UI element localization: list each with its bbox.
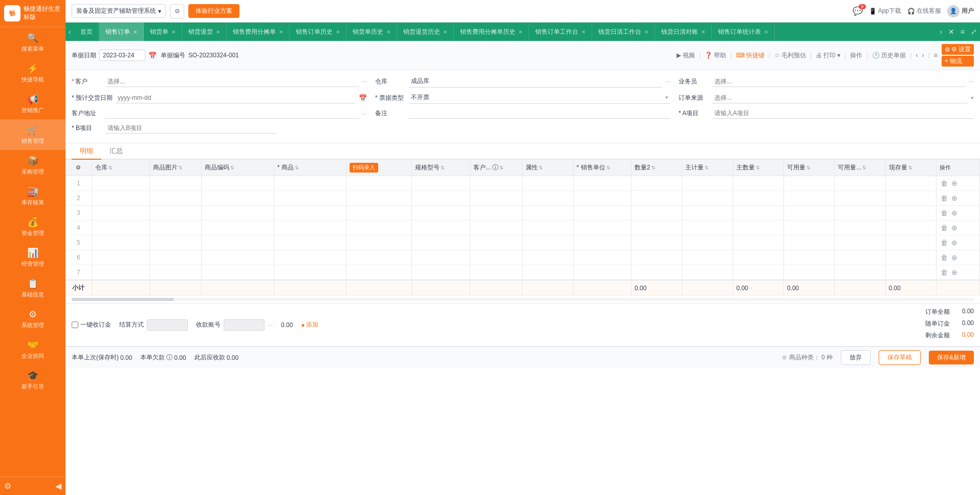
row-mainqty-1[interactable] (733, 191, 783, 206)
row-image-6[interactable] (150, 265, 202, 281)
help-btn[interactable]: ❓ 帮助 (705, 51, 726, 60)
preview-btn[interactable]: ▶ 视频 (677, 51, 695, 60)
row-qty2-1[interactable] (631, 191, 682, 206)
tab-close-6[interactable]: ✕ (386, 29, 390, 35)
row-qty2-3[interactable] (631, 221, 682, 235)
row-image-5[interactable] (150, 250, 202, 265)
row-delete-2[interactable]: 🗑 (941, 209, 948, 217)
sidebar-settings-btn[interactable]: ⚙ (4, 481, 11, 491)
row-product-1[interactable] (274, 191, 346, 206)
row-barcode-3[interactable] (346, 221, 412, 235)
row-availmore-2[interactable] (835, 206, 885, 221)
tab-close-2[interactable]: ✕ (171, 29, 176, 35)
row-spec-3[interactable] (412, 221, 470, 235)
row-image-4[interactable] (150, 235, 202, 250)
row-cust-6[interactable] (470, 265, 522, 281)
row-spec-4[interactable] (412, 235, 470, 250)
tab-close-1[interactable]: ✕ (133, 29, 137, 35)
row-code-3[interactable] (201, 221, 274, 235)
scheme-button[interactable]: 体验行业方案 (188, 4, 239, 18)
row-warehouse-0[interactable] (92, 176, 149, 191)
row-unit-3[interactable] (573, 221, 631, 235)
sidebar-item-5[interactable]: 🏭库存核算 (0, 181, 66, 211)
address-input[interactable] (105, 108, 359, 119)
row-image-1[interactable] (150, 191, 202, 206)
row-spec-6[interactable] (412, 265, 470, 281)
row-unit-1[interactable] (573, 191, 631, 206)
tab-10[interactable]: 钱货日清工作台✕ (592, 23, 655, 41)
tab-close-10[interactable]: ✕ (644, 29, 648, 35)
row-avail-2[interactable] (783, 206, 834, 221)
row-attr-0[interactable] (522, 176, 573, 191)
row-attr-1[interactable] (522, 191, 573, 206)
col-header-settings[interactable]: ⚙ (66, 160, 92, 176)
sidebar-item-9[interactable]: ⚙系统管理 (0, 304, 66, 334)
save-draft-button[interactable]: 保存草稿 (879, 350, 921, 365)
row-warehouse-6[interactable] (92, 265, 149, 281)
row-image-2[interactable] (150, 206, 202, 221)
row-code-4[interactable] (201, 235, 274, 250)
tab-2[interactable]: 销货单✕ (144, 23, 182, 41)
row-code-6[interactable] (201, 265, 274, 281)
user-menu[interactable]: 👤 用户 (947, 5, 974, 17)
row-product-5[interactable] (274, 250, 346, 265)
row-code-0[interactable] (201, 176, 274, 191)
row-spec-0[interactable] (412, 176, 470, 191)
row-availmore-0[interactable] (835, 176, 885, 191)
row-mainqty-2[interactable] (733, 206, 783, 221)
row-availmore-4[interactable] (835, 235, 885, 250)
tab-menu-btn[interactable]: ≡ (957, 23, 968, 41)
row-delete-6[interactable]: 🗑 (941, 268, 948, 276)
settle-method-select[interactable] (147, 319, 188, 331)
tab-3[interactable]: 销货退货✕ (182, 23, 227, 41)
row-mainqty-0[interactable] (733, 176, 783, 191)
row-availmore-3[interactable] (835, 221, 885, 235)
col-header-unit[interactable]: * 销售单位 ⇅ (573, 160, 631, 176)
sidebar-collapse-btn[interactable]: ◀ (55, 481, 61, 491)
tab-close-9[interactable]: ✕ (581, 29, 585, 35)
tab-7[interactable]: 销货退货历史✕ (397, 23, 454, 41)
row-code-5[interactable] (201, 250, 274, 265)
row-cust-4[interactable] (470, 235, 522, 250)
row-availmore-1[interactable] (835, 191, 885, 206)
delivery-calendar-icon[interactable]: 📅 (359, 94, 367, 102)
row-barcode-4[interactable] (346, 235, 412, 250)
row-stock-4[interactable] (885, 235, 936, 250)
tab-0[interactable]: 首页 (74, 23, 99, 41)
invoice-select[interactable]: 不开票 ▾ (409, 92, 670, 104)
row-unit-0[interactable] (573, 176, 631, 191)
tab-close-4[interactable]: ✕ (279, 29, 283, 35)
row-mainunit-4[interactable] (682, 235, 733, 250)
row-product-4[interactable] (274, 235, 346, 250)
row-stock-6[interactable] (885, 265, 936, 281)
row-stock-2[interactable] (885, 206, 936, 221)
col-header-cust[interactable]: 客户... ⓘ ⇅ (470, 160, 522, 176)
row-cust-5[interactable] (470, 250, 522, 265)
row-spec-1[interactable] (412, 191, 470, 206)
customer-input[interactable] (105, 76, 359, 87)
row-barcode-2[interactable] (346, 206, 412, 221)
row-barcode-1[interactable] (346, 191, 412, 206)
row-unit-5[interactable] (573, 250, 631, 265)
tab-12[interactable]: 销售订单统计表✕ (712, 23, 775, 41)
staff-dots[interactable]: ··· (969, 78, 974, 85)
sidebar-item-4[interactable]: 📦采购管理 (0, 150, 66, 181)
row-barcode-5[interactable] (346, 250, 412, 265)
row-mainunit-5[interactable] (682, 250, 733, 265)
row-spec-5[interactable] (412, 250, 470, 265)
row-mainunit-1[interactable] (682, 191, 733, 206)
col-header-product[interactable]: * 商品 ⇅ (274, 160, 346, 176)
row-qty2-5[interactable] (631, 250, 682, 265)
row-cust-2[interactable] (470, 206, 522, 221)
tab-5[interactable]: 销售订单历史✕ (290, 23, 346, 41)
tab-1[interactable]: 销售订单✕ (99, 23, 144, 41)
row-barcode-6[interactable] (346, 265, 412, 281)
row-copy-6[interactable]: ⊕ (951, 268, 957, 276)
row-warehouse-2[interactable] (92, 206, 149, 221)
tab-11[interactable]: 钱货日清对账✕ (655, 23, 712, 41)
row-qty2-0[interactable] (631, 176, 682, 191)
tab-close-11[interactable]: ✕ (701, 29, 705, 35)
row-attr-4[interactable] (522, 235, 573, 250)
sidebar-item-1[interactable]: ⚡快捷导航 (0, 58, 66, 89)
row-delete-0[interactable]: 🗑 (941, 179, 948, 187)
